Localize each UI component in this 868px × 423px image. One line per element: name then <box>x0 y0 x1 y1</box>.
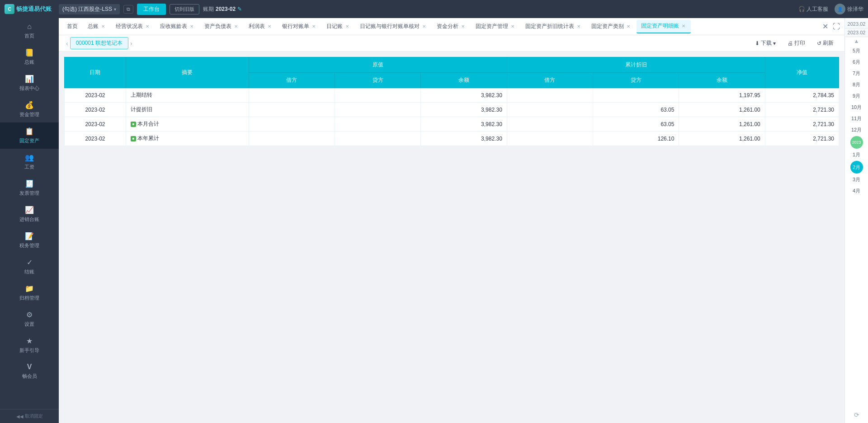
maximize-button[interactable]: ⛶ <box>832 22 841 32</box>
tab-fa-management[interactable]: 固定资产管理 ✕ <box>471 20 520 33</box>
cell-accum-debit <box>507 132 593 146</box>
sidebar-item-home[interactable]: ⌂ 首页 <box>0 18 59 44</box>
subtotal-label: ■本月合计 <box>131 120 159 128</box>
tab-bank[interactable]: 银行对账单 ✕ <box>278 20 321 33</box>
workbench-button[interactable]: 工作台 <box>137 4 166 15</box>
cell-date: 2023-02 <box>65 132 126 146</box>
cell-description: ■本年累计 <box>126 132 249 146</box>
tab-close-profit[interactable]: ✕ <box>267 24 272 29</box>
tab-receivable[interactable]: 应收账龄表 ✕ <box>156 20 199 33</box>
tab-close-capital-analysis[interactable]: ✕ <box>460 24 466 29</box>
sub-nav-actions: ⬇ 下载 ▾ 🖨 打印 ↺ 刷新 <box>751 38 837 48</box>
guide-icon: ★ <box>26 337 33 345</box>
service-button[interactable]: 🎧 人工客服 <box>798 5 828 13</box>
sub-tab-asset[interactable]: 000001 联想笔记本 <box>70 37 128 49</box>
tab-close-fa-detail[interactable]: ✕ <box>681 24 686 29</box>
tab-reconcile[interactable]: 日记账与银行对账单核对 ✕ <box>355 20 431 33</box>
cal-month-nov[interactable]: 11月 <box>845 113 868 124</box>
sidebar-item-settle[interactable]: ✓ 结账 <box>0 254 59 280</box>
sidebar-item-payroll[interactable]: 👥 工资 <box>0 149 59 175</box>
sidebar-item-archive[interactable]: 📁 归档管理 <box>0 280 59 306</box>
cal-month-dec[interactable]: 12月 <box>845 124 868 136</box>
download-button[interactable]: ⬇ 下载 ▾ <box>751 38 779 48</box>
sidebar-item-guide[interactable]: ★ 新手引导 <box>0 332 59 358</box>
topbar: C 畅捷通易代账 (勾选) 江西股垒-LSS ▾ ⧉ 工作台 切到旧版 账期 2… <box>0 0 868 18</box>
tab-close-fa-management[interactable]: ✕ <box>510 24 515 29</box>
year-badge-2023: 2023 <box>850 136 863 149</box>
chevron-down-icon: ▾ <box>114 7 116 12</box>
print-button[interactable]: 🖨 打印 <box>784 38 809 48</box>
cal-month-aug[interactable]: 8月 <box>845 79 868 90</box>
refresh-button[interactable]: ↺ 刷新 <box>813 38 837 48</box>
tab-home[interactable]: 首页 <box>62 20 82 33</box>
tab-close-reconcile[interactable]: ✕ <box>421 24 427 29</box>
tab-close-receivable[interactable]: ✕ <box>189 24 194 29</box>
next-arrow[interactable]: › <box>130 40 132 47</box>
print-icon: 🖨 <box>788 40 793 47</box>
subtotal-icon: ■ <box>131 136 136 141</box>
cal-month-jan[interactable]: 1月 <box>845 149 868 160</box>
scroll-up-button[interactable]: ▲ <box>853 37 860 45</box>
tab-close-fa-depreciation[interactable]: ✕ <box>576 24 581 29</box>
cell-net-value: 2,721.30 <box>765 132 839 146</box>
sidebar-label-sales: 进销台账 <box>19 216 39 223</box>
tab-profit[interactable]: 利润表 ✕ <box>244 20 277 33</box>
cal-year-top-2[interactable]: 2023.02 <box>845 28 868 37</box>
sidebar-item-fixed-assets[interactable]: 📋 固定资产 <box>0 122 59 149</box>
content-area: 首页 总账 ✕ 经营状况表 ✕ 应收账龄表 ✕ 资产负债表 ✕ 利润表 ✕ <box>59 18 844 423</box>
tab-operations[interactable]: 经营状况表 ✕ <box>111 20 155 33</box>
col-header-original: 原值 <box>249 57 507 73</box>
sidebar-label-reports: 报表中心 <box>19 85 39 92</box>
cal-month-mar[interactable]: 3月 <box>845 174 868 185</box>
cell-orig-balance: 3,982.30 <box>421 117 507 132</box>
tab-close-ledger[interactable]: ✕ <box>100 24 106 29</box>
tab-balance[interactable]: 资产负债表 ✕ <box>200 20 243 33</box>
period-edit-icon[interactable]: ✎ <box>237 6 242 12</box>
cell-accum-credit <box>593 88 679 103</box>
table-row: 2023-02 上期结转 3,982.30 1,197.95 2,784.35 <box>65 88 839 103</box>
cal-month-jun[interactable]: 6月 <box>845 56 868 68</box>
settings-icon: ⚙ <box>26 310 33 319</box>
col-header-accum-debit: 借方 <box>507 73 593 88</box>
tab-close-balance[interactable]: ✕ <box>233 24 239 29</box>
sidebar-item-capital[interactable]: 💰 资金管理 <box>0 96 59 122</box>
cal-month-oct[interactable]: 10月 <box>845 102 868 113</box>
tab-capital-analysis[interactable]: 资金分析 ✕ <box>432 20 470 33</box>
prev-arrow[interactable]: ‹ <box>66 40 68 47</box>
tab-fa-category[interactable]: 固定资产类别 ✕ <box>587 20 636 33</box>
tab-close-operations[interactable]: ✕ <box>145 24 150 29</box>
sidebar-item-reports[interactable]: 📊 报表中心 <box>0 70 59 96</box>
tab-close-fa-category[interactable]: ✕ <box>626 24 631 29</box>
user-area: 👤 徐泽华 <box>835 4 863 14</box>
copy-button[interactable]: ⧉ <box>123 5 133 14</box>
sidebar-item-ledger[interactable]: 📒 总账 <box>0 44 59 70</box>
main-layout: ⌂ 首页 📒 总账 📊 报表中心 💰 资金管理 📋 固定资产 👥 工资 🧾 发票… <box>0 18 868 423</box>
tab-close-journal[interactable]: ✕ <box>344 24 350 29</box>
cal-month-apr[interactable]: 4月 <box>845 185 868 197</box>
sidebar-item-sales[interactable]: 📈 进销台账 <box>0 201 59 227</box>
sidebar-label-invoice: 发票管理 <box>19 190 39 197</box>
tab-close-bank[interactable]: ✕ <box>311 24 316 29</box>
cal-month-jul[interactable]: 7月 <box>845 68 868 79</box>
cell-accum-balance: 1,261.00 <box>679 132 765 146</box>
cell-description: ■本月合计 <box>126 117 249 132</box>
sidebar-item-tax[interactable]: 📝 税务管理 <box>0 227 59 254</box>
cal-month-sep[interactable]: 9月 <box>845 90 868 102</box>
cal-year-top-1[interactable]: 2023.02 <box>845 20 868 28</box>
tab-fa-depreciation[interactable]: 固定资产折旧统计表 ✕ <box>521 20 586 33</box>
sidebar-item-member[interactable]: V 畅会员 <box>0 358 59 384</box>
close-all-tabs-button[interactable]: ✕ <box>821 21 829 32</box>
old-version-button[interactable]: 切到旧版 <box>170 4 199 14</box>
cal-month-feb-active[interactable]: 2月 <box>850 161 863 174</box>
sidebar-item-settings[interactable]: ⚙ 设置 <box>0 306 59 332</box>
settle-icon: ✓ <box>27 258 33 267</box>
tab-fa-detail[interactable]: 固定资产明细账 ✕ <box>637 20 691 33</box>
cal-month-may[interactable]: 5月 <box>845 45 868 56</box>
panel-refresh-icon[interactable]: ⟳ <box>854 411 859 418</box>
sidebar-label-archive: 归档管理 <box>19 295 39 301</box>
sidebar-item-invoice[interactable]: 🧾 发票管理 <box>0 175 59 201</box>
tab-ledger[interactable]: 总账 ✕ <box>83 20 110 33</box>
cancel-fixed-button[interactable]: ◀◀ 取消固定 <box>0 409 59 423</box>
company-selector[interactable]: (勾选) 江西股垒-LSS ▾ <box>59 4 120 14</box>
tab-journal[interactable]: 日记账 ✕ <box>322 20 354 33</box>
